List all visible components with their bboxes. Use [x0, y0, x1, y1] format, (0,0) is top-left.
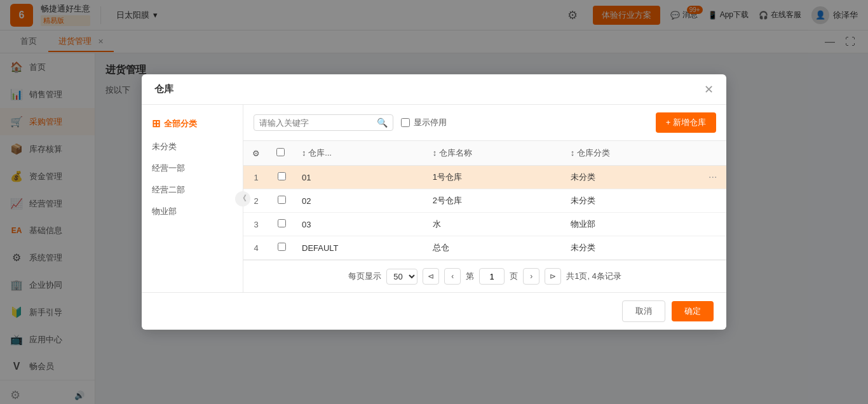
row-num: 3: [243, 213, 269, 236]
confirm-button[interactable]: 确定: [672, 301, 714, 321]
total-info: 共1页, 4条记录: [566, 271, 621, 282]
category-item-ops1[interactable]: 经营一部: [142, 158, 243, 179]
col-category: ↕ 仓库分类: [563, 141, 701, 166]
row-more[interactable]: [701, 213, 726, 236]
table-area: 🔍 显示停用 + 新增仓库 ⚙: [243, 105, 726, 292]
row-num: 4: [243, 236, 269, 260]
add-warehouse-button[interactable]: + 新增仓库: [656, 112, 716, 133]
prev-page-button[interactable]: ‹: [444, 268, 461, 285]
table-toolbar: 🔍 显示停用 + 新增仓库: [243, 105, 726, 140]
first-page-button[interactable]: ⊲: [423, 268, 439, 285]
modal-close-button[interactable]: ✕: [704, 84, 714, 95]
row-code: 02: [294, 189, 425, 213]
row-checkbox[interactable]: [269, 236, 294, 260]
row-name: 总仓: [425, 236, 563, 260]
row-category: 未分类: [563, 236, 701, 260]
more-icon[interactable]: ···: [709, 172, 717, 182]
table-row[interactable]: 4 DEFAULT 总仓 未分类: [243, 236, 726, 260]
row-checkbox[interactable]: [269, 189, 294, 213]
row-num: 1: [243, 166, 269, 189]
data-table: ⚙ ↕ 仓库... ↕ 仓库名称: [243, 140, 726, 260]
col-settings: ⚙: [243, 141, 269, 166]
category-item-property[interactable]: 物业部: [142, 201, 243, 222]
table-header-row: ⚙ ↕ 仓库... ↕ 仓库名称: [243, 141, 726, 166]
category-collapse-button[interactable]: 《: [235, 191, 250, 206]
row-more[interactable]: [701, 189, 726, 213]
row-more[interactable]: [701, 236, 726, 260]
show-disabled-label[interactable]: 显示停用: [401, 117, 447, 128]
search-box: 🔍: [254, 114, 393, 131]
page-size-select[interactable]: 50: [386, 269, 417, 285]
page-input[interactable]: [479, 268, 505, 285]
row-name: 1号仓库: [425, 166, 563, 189]
sort-icon: ↕: [302, 148, 306, 158]
warehouse-modal: 仓库 ✕ ⊞ 全部分类 未分类 经营一部 经营二部: [142, 74, 726, 330]
row-name: 2号仓库: [425, 189, 563, 213]
next-page-button[interactable]: ›: [523, 268, 539, 285]
row-category: 未分类: [563, 166, 701, 189]
last-page-button[interactable]: ⊳: [545, 268, 561, 285]
table-row[interactable]: 3 03 水 物业部: [243, 213, 726, 236]
sort-icon: ↕: [571, 148, 575, 158]
col-checkbox: [269, 141, 294, 166]
category-item-ops2[interactable]: 经营二部: [142, 179, 243, 201]
row-more[interactable]: ···: [701, 166, 726, 189]
row-category: 物业部: [563, 213, 701, 236]
modal-body: ⊞ 全部分类 未分类 经营一部 经营二部 物业部 《: [142, 105, 726, 292]
row-checkbox[interactable]: [269, 166, 294, 189]
category-all-label: 全部分类: [164, 118, 197, 130]
category-header[interactable]: ⊞ 全部分类: [142, 112, 243, 136]
table-row[interactable]: 2 02 2号仓库 未分类: [243, 189, 726, 213]
row-name: 水: [425, 213, 563, 236]
row-checkbox[interactable]: [269, 213, 294, 236]
grid-icon: ⊞: [152, 118, 160, 130]
warehouse-table: ⚙ ↕ 仓库... ↕ 仓库名称: [243, 141, 726, 260]
search-icon[interactable]: 🔍: [377, 118, 388, 128]
col-actions: [701, 141, 726, 166]
table-row[interactable]: 1 01 1号仓库 未分类 ···: [243, 166, 726, 189]
page-label: 页: [510, 271, 518, 282]
modal-header: 仓库 ✕: [142, 74, 726, 105]
category-sidebar: ⊞ 全部分类 未分类 经营一部 经营二部 物业部 《: [142, 105, 243, 292]
category-item-uncategorized[interactable]: 未分类: [142, 136, 243, 158]
pagination: 每页显示 50 ⊲ ‹ 第 页 › ⊳ 共1页, 4条记录: [243, 260, 726, 292]
modal-title: 仓库: [154, 83, 173, 95]
row-code: 03: [294, 213, 425, 236]
row-code: DEFAULT: [294, 236, 425, 260]
page-label-prefix: 第: [466, 271, 474, 282]
show-disabled-checkbox[interactable]: [401, 118, 410, 127]
cancel-button[interactable]: 取消: [622, 300, 665, 322]
row-category: 未分类: [563, 189, 701, 213]
select-all-checkbox[interactable]: [276, 148, 285, 156]
page-size-label: 每页显示: [348, 271, 381, 282]
modal-overlay: 仓库 ✕ ⊞ 全部分类 未分类 经营一部 经营二部: [0, 0, 868, 404]
search-input[interactable]: [259, 118, 373, 128]
modal-footer: 取消 确定: [142, 292, 726, 330]
sort-icon: ↕: [433, 148, 437, 158]
col-code: ↕ 仓库...: [294, 141, 425, 166]
row-code: 01: [294, 166, 425, 189]
col-name: ↕ 仓库名称: [425, 141, 563, 166]
